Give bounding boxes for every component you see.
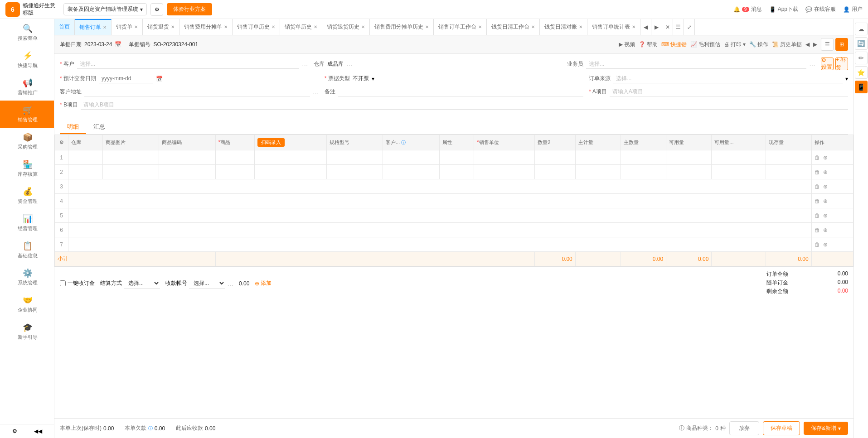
delivery-calendar-icon[interactable]: 📅 xyxy=(156,76,163,82)
row1-product[interactable] xyxy=(215,150,254,165)
account-select[interactable]: 选择... xyxy=(189,278,225,289)
row1-qty2[interactable] xyxy=(535,150,576,165)
customer-more-icon[interactable]: … xyxy=(302,60,308,67)
tab-menu-btn[interactable]: ☰ xyxy=(673,19,684,35)
tab-refund-hist[interactable]: 销货退货历史 ✕ xyxy=(322,19,370,35)
b-project-input[interactable] xyxy=(81,100,848,110)
row2-main-unit[interactable] xyxy=(575,165,621,179)
row2-copy-icon[interactable]: ⊕ xyxy=(823,169,828,175)
profit-btn[interactable]: 📈 毛利预估 xyxy=(690,41,720,48)
sidebar-item-finance[interactable]: 💰 资金管理 xyxy=(0,182,54,209)
history-btn[interactable]: 📜 历史单据 xyxy=(772,41,802,48)
tab-close-all-btn[interactable]: ✕ xyxy=(662,19,673,35)
app-download-btn[interactable]: 📱 App下载 xyxy=(769,5,798,13)
tab-next-btn[interactable]: ▶ xyxy=(651,19,662,35)
salesperson-more-icon[interactable]: … xyxy=(809,60,815,67)
add-payment-btn[interactable]: ⊕ 添加 xyxy=(255,279,272,287)
row4-copy-icon[interactable]: ⊕ xyxy=(823,198,828,204)
tab-close-sales-return[interactable]: ✕ xyxy=(134,24,138,29)
tab-close-cashflow-daily[interactable]: ✕ xyxy=(531,24,535,29)
tab-close-return-hist[interactable]: ✕ xyxy=(314,24,317,29)
row2-stock[interactable] xyxy=(766,165,811,179)
row2-spec[interactable] xyxy=(326,165,383,179)
rs-star-btn[interactable]: ⭐ xyxy=(855,66,868,79)
warehouse-more-icon[interactable]: … xyxy=(346,60,353,67)
settlement-select[interactable]: 选择... xyxy=(124,278,160,289)
tab-fullscreen-btn[interactable]: ⤢ xyxy=(684,19,695,35)
tab-fee-hist[interactable]: 销售费用分摊单历史 ✕ xyxy=(370,19,434,35)
tab-sales-return[interactable]: 销货单 ✕ xyxy=(112,19,143,35)
row1-warehouse[interactable] xyxy=(68,150,103,165)
tab-prev-btn[interactable]: ◀ xyxy=(640,19,651,35)
tab-order-ws[interactable]: 销售订单工作台 ✕ xyxy=(434,19,487,35)
tab-close-sales-refund[interactable]: ✕ xyxy=(171,24,175,29)
row1-main-qty[interactable] xyxy=(621,150,666,165)
nav-prev-icon[interactable]: ◀ xyxy=(805,41,810,48)
user-menu[interactable]: 👤 用户 xyxy=(843,5,863,13)
row1-spec[interactable] xyxy=(326,150,383,165)
settings-panel-btn[interactable]: ⚙ 设置 xyxy=(821,58,834,70)
rs-phone-btn[interactable]: 📱 xyxy=(855,81,868,93)
row2-unit[interactable] xyxy=(474,165,534,179)
row2-code[interactable] xyxy=(159,165,215,179)
system-selector[interactable]: 装备及固定资产辅助管理系统 ▾ xyxy=(63,3,147,15)
online-support-btn[interactable]: 💬 在线客服 xyxy=(805,5,836,13)
row3-delete-icon[interactable]: 🗑 xyxy=(815,183,820,190)
row1-attr[interactable] xyxy=(439,150,474,165)
row7-delete-icon[interactable]: 🗑 xyxy=(815,241,820,248)
tab-close-refund-hist[interactable]: ✕ xyxy=(361,24,365,29)
col-settings[interactable]: ⚙ xyxy=(55,135,68,150)
nav-next-icon[interactable]: ▶ xyxy=(813,41,817,48)
tab-sales-order[interactable]: 销售订单 ✕ xyxy=(75,19,112,35)
tab-sales-refund[interactable]: 销货退货 ✕ xyxy=(143,19,179,35)
address-input[interactable] xyxy=(84,87,310,96)
print-btn[interactable]: 🖨 打印 ▾ xyxy=(724,41,746,48)
tab-close-sales-order[interactable]: ✕ xyxy=(103,25,107,30)
customer-input[interactable] xyxy=(77,59,299,69)
sidebar-item-marketing[interactable]: 📢 营销推广 xyxy=(0,73,54,101)
notification-btn[interactable]: 🔔 9 消息 xyxy=(733,5,762,13)
row2-qty2[interactable] xyxy=(535,165,576,179)
row1-code[interactable] xyxy=(159,150,215,165)
rs-edit-btn[interactable]: ✏ xyxy=(855,52,868,64)
sidebar-item-ops[interactable]: 📊 经营管理 xyxy=(0,209,54,236)
account-more-icon[interactable]: … xyxy=(227,280,233,287)
salesperson-input[interactable] xyxy=(586,59,806,69)
one-click-checkbox[interactable]: 一键收订金 xyxy=(60,279,95,287)
row3-copy-icon[interactable]: ⊕ xyxy=(823,183,828,190)
row5-copy-icon[interactable]: ⊕ xyxy=(823,212,828,219)
row6-copy-icon[interactable]: ⊕ xyxy=(823,227,828,233)
sidebar-settings-icon[interactable]: ⚙ xyxy=(12,428,17,434)
industry-btn[interactable]: 体验行业方案 xyxy=(167,3,212,15)
delivery-input[interactable] xyxy=(99,74,153,83)
row2-main-qty[interactable] xyxy=(621,165,666,179)
row2-available2[interactable] xyxy=(712,165,766,179)
order-source-chevron-icon[interactable]: ▾ xyxy=(845,76,848,82)
row2-delete-icon[interactable]: 🗑 xyxy=(815,169,820,175)
row2-product[interactable] xyxy=(215,165,254,179)
calendar-icon[interactable]: 📅 xyxy=(115,41,121,48)
tab-close-sales-summary[interactable]: ✕ xyxy=(632,24,635,29)
row1-customer-code[interactable] xyxy=(383,150,440,165)
rs-cloud-btn[interactable]: ☁ xyxy=(855,23,868,35)
subtab-detail[interactable]: 明细 xyxy=(60,120,86,134)
sidebar-item-guide[interactable]: 🎓 新手引导 xyxy=(0,318,54,345)
view-btn[interactable]: ▶ 视频 xyxy=(619,41,635,48)
scan-btn[interactable]: 扫码录入 xyxy=(257,138,285,147)
row1-main-unit[interactable] xyxy=(575,150,621,165)
form-view-btn[interactable]: ⊞ xyxy=(835,38,848,51)
tab-sales-summary[interactable]: 销售订单统计表 ✕ xyxy=(587,19,640,35)
sidebar-item-basic[interactable]: 📋 基础信息 xyxy=(0,236,54,264)
row2-attr[interactable] xyxy=(439,165,474,179)
row1-available2[interactable] xyxy=(712,150,766,165)
help-btn[interactable]: ❓ 帮助 xyxy=(639,41,658,48)
row2-customer-code[interactable] xyxy=(383,165,440,179)
address-more-icon[interactable]: … xyxy=(313,88,319,96)
row1-unit[interactable] xyxy=(474,150,534,165)
add-product-btn[interactable]: + 补货 xyxy=(835,58,848,70)
save-new-btn[interactable]: 保存&新增 ▾ xyxy=(804,422,848,435)
row2-warehouse[interactable] xyxy=(68,165,103,179)
row5-delete-icon[interactable]: 🗑 xyxy=(815,212,820,219)
row1-copy-icon[interactable]: ⊕ xyxy=(823,154,828,161)
tab-close-order-ws[interactable]: ✕ xyxy=(478,24,482,29)
